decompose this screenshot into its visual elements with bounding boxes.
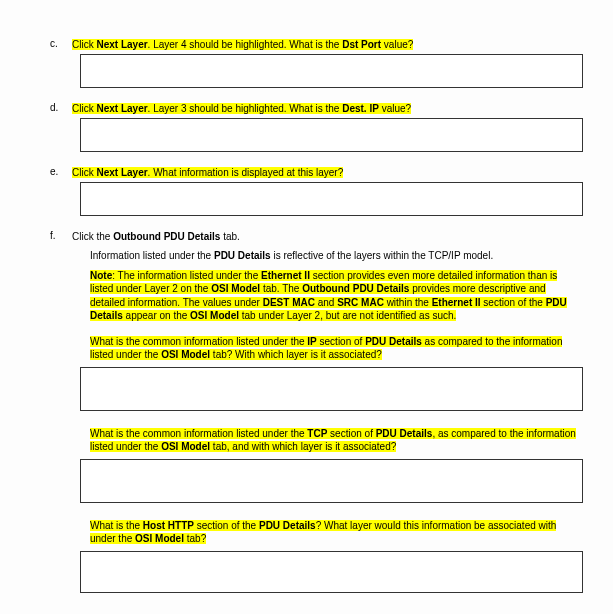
bold-text: OSI Model bbox=[211, 283, 260, 294]
text: Click bbox=[72, 103, 96, 114]
document-page: c. Click Next Layer. Layer 4 should be h… bbox=[0, 0, 613, 614]
text: tab. The bbox=[260, 283, 302, 294]
answer-input[interactable] bbox=[80, 54, 583, 88]
text: section of the bbox=[481, 297, 546, 308]
question-text: Click Next Layer. Layer 4 should be high… bbox=[72, 38, 583, 51]
text: within the bbox=[384, 297, 432, 308]
text: tab under Layer 2, but are not identifie… bbox=[239, 310, 456, 321]
question-text: Click Next Layer. Layer 3 should be high… bbox=[72, 102, 583, 115]
bold-text: PDU Details bbox=[365, 336, 422, 347]
text: : The information listed under the bbox=[112, 270, 261, 281]
text: section of bbox=[317, 336, 365, 347]
bold-text: Dest. IP bbox=[342, 103, 379, 114]
question-d: d. Click Next Layer. Layer 3 should be h… bbox=[50, 102, 583, 152]
bold-text: Next Layer bbox=[96, 167, 147, 178]
question-text: Click Next Layer. What information is di… bbox=[72, 166, 583, 179]
answer-input[interactable] bbox=[80, 551, 583, 593]
text: section of bbox=[327, 428, 375, 439]
bold-text: Ethernet II bbox=[432, 297, 481, 308]
bold-text: SRC MAC bbox=[337, 297, 384, 308]
text: . Layer 4 should be highlighted. What is… bbox=[148, 39, 343, 50]
text: value? bbox=[381, 39, 413, 50]
sub-question: What is the Host HTTP section of the PDU… bbox=[90, 519, 583, 546]
bold-text: OSI Model bbox=[190, 310, 239, 321]
bold-text: OSI Model bbox=[135, 533, 184, 544]
bold-text: Host HTTP bbox=[143, 520, 194, 531]
question-letter: e. bbox=[50, 166, 72, 177]
bold-text: PDU Details bbox=[214, 250, 271, 261]
answer-input[interactable] bbox=[80, 182, 583, 216]
text: What is the common information listed un… bbox=[90, 336, 307, 347]
text: tab? bbox=[184, 533, 206, 544]
text: Information listed under the bbox=[90, 250, 214, 261]
answer-input[interactable] bbox=[80, 459, 583, 503]
bold-text: Dst Port bbox=[342, 39, 381, 50]
bold-text: TCP bbox=[307, 428, 327, 439]
question-f: f. Click the Outbound PDU Details tab. I… bbox=[50, 230, 583, 593]
text: is reflective of the layers within the T… bbox=[271, 250, 494, 261]
bold-text: OSI Model bbox=[161, 441, 210, 452]
bold-text: Next Layer bbox=[96, 103, 147, 114]
question-c: c. Click Next Layer. Layer 4 should be h… bbox=[50, 38, 583, 88]
text: What is the bbox=[90, 520, 143, 531]
question-letter: f. bbox=[50, 230, 72, 241]
text: tab, and with which layer is it associat… bbox=[210, 441, 396, 452]
paragraph: Information listed under the PDU Details… bbox=[90, 249, 583, 263]
bold-text: PDU Details bbox=[376, 428, 433, 439]
question-letter: c. bbox=[50, 38, 72, 49]
bold-text: Note bbox=[90, 270, 112, 281]
text: section of the bbox=[194, 520, 259, 531]
bold-text: PDU Details bbox=[259, 520, 316, 531]
sub-question: What is the common information listed un… bbox=[90, 427, 583, 454]
bold-text: Outbound PDU Details bbox=[302, 283, 409, 294]
text: Click the bbox=[72, 231, 113, 242]
bold-text: DEST MAC bbox=[263, 297, 315, 308]
text: Click bbox=[72, 39, 96, 50]
bold-text: Outbound PDU Details bbox=[113, 231, 220, 242]
question-text: Click the Outbound PDU Details tab. bbox=[72, 230, 583, 243]
text: What is the common information listed un… bbox=[90, 428, 307, 439]
text: tab? With which layer is it associated? bbox=[210, 349, 382, 360]
question-e: e. Click Next Layer. What information is… bbox=[50, 166, 583, 216]
bold-text: Next Layer bbox=[96, 39, 147, 50]
text: tab. bbox=[220, 231, 239, 242]
bold-text: IP bbox=[307, 336, 316, 347]
answer-input[interactable] bbox=[80, 118, 583, 152]
text: . Layer 3 should be highlighted. What is… bbox=[148, 103, 343, 114]
sub-question: What is the common information listed un… bbox=[90, 335, 583, 362]
question-letter: d. bbox=[50, 102, 72, 113]
paragraph: Note: The information listed under the E… bbox=[90, 269, 583, 323]
answer-input[interactable] bbox=[80, 367, 583, 411]
text: appear on the bbox=[123, 310, 190, 321]
text: and bbox=[315, 297, 337, 308]
bold-text: Ethernet II bbox=[261, 270, 310, 281]
text: Click bbox=[72, 167, 96, 178]
text: value? bbox=[379, 103, 411, 114]
text: . What information is displayed at this … bbox=[148, 167, 344, 178]
bold-text: OSI Model bbox=[161, 349, 210, 360]
